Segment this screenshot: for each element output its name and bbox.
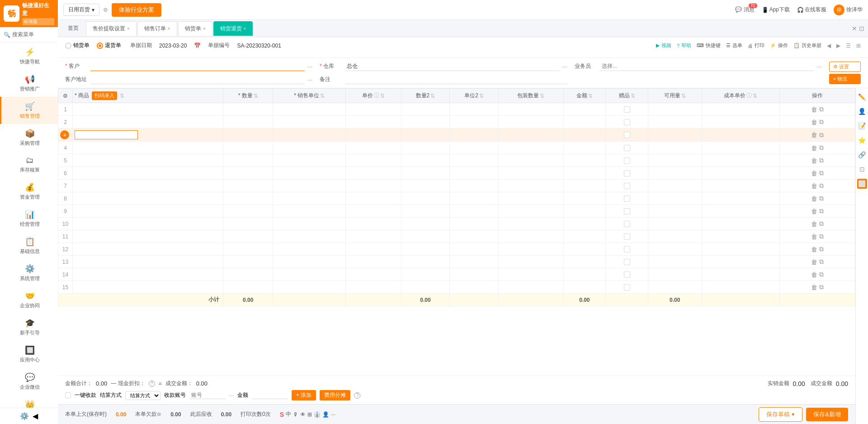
delete-icon-13[interactable]: 🗑: [811, 258, 817, 266]
copy-icon-4[interactable]: ⧉: [819, 144, 824, 152]
gift-checkbox-4[interactable]: [624, 145, 630, 151]
message-badge[interactable]: 💬 70 消息: [735, 6, 754, 14]
close-all-icon[interactable]: ✕: [852, 25, 857, 32]
calendar-icon[interactable]: 📅: [194, 43, 201, 49]
cell-product-5[interactable]: [73, 154, 223, 167]
sidebar-item-system[interactable]: ⚙️ 系统管理: [0, 259, 58, 286]
address-picker[interactable]: ···: [307, 76, 313, 83]
delete-icon-11[interactable]: 🗑: [811, 233, 817, 240]
cell-product-11[interactable]: [73, 230, 223, 243]
product-input-3[interactable]: [75, 130, 138, 139]
copy-icon-10[interactable]: ⧉: [819, 220, 824, 228]
delete-icon-12[interactable]: 🗑: [811, 246, 817, 253]
cell-product-15[interactable]: [73, 281, 223, 294]
amount-input[interactable]: [252, 391, 288, 399]
address-input[interactable]: [90, 75, 305, 84]
settlement-select[interactable]: 结算方式: [125, 391, 160, 400]
delete-icon-4[interactable]: 🗑: [811, 144, 817, 152]
sidebar-item-marketing[interactable]: 📢 营销推广: [0, 70, 58, 97]
copy-icon-11[interactable]: ⧉: [819, 233, 824, 240]
copy-icon-1[interactable]: ⧉: [819, 105, 824, 113]
history-label[interactable]: 历史单据: [802, 42, 821, 49]
add-row-btn[interactable]: +: [60, 130, 69, 139]
operate-label[interactable]: 操作: [778, 42, 788, 49]
scan-btn[interactable]: 扫码录入: [92, 91, 117, 100]
grid-view-icon[interactable]: ⊞: [856, 43, 861, 49]
prev-icon[interactable]: ◀: [827, 43, 831, 49]
sidebar-item-member[interactable]: 👑 畅会员: [0, 395, 58, 408]
sidebar-item-apps[interactable]: 🔲 应用中心: [0, 341, 58, 368]
rp-star-icon[interactable]: ⭐: [857, 135, 867, 145]
tab-sales-return-close[interactable]: ×: [244, 26, 246, 31]
industry-selector[interactable]: 日用百货 ▾: [63, 4, 99, 16]
logistics-btn[interactable]: + 物流: [829, 74, 861, 84]
tab-sales-order-close[interactable]: ×: [168, 26, 170, 31]
copy-icon-12[interactable]: ⧉: [819, 245, 824, 253]
sort-icon-pkg[interactable]: ⇅: [540, 93, 544, 99]
salesperson-picker[interactable]: ···: [816, 63, 822, 70]
gift-checkbox-15[interactable]: [624, 284, 630, 291]
copy-icon-13[interactable]: ⧉: [819, 258, 824, 266]
payment-checkbox[interactable]: [65, 392, 71, 398]
tab-price-close[interactable]: ×: [127, 26, 130, 31]
select-label[interactable]: 选单: [732, 42, 742, 49]
th-gear[interactable]: ⚙: [58, 89, 73, 103]
gift-checkbox-13[interactable]: [624, 259, 630, 265]
rp-orange-icon[interactable]: ⬜: [857, 179, 867, 189]
rp-user-icon[interactable]: 👤: [857, 106, 867, 116]
cell-product-13[interactable]: [73, 256, 223, 268]
sort-icon-amount[interactable]: ⇅: [588, 93, 593, 99]
cell-product-12[interactable]: [73, 243, 223, 256]
cell-product-14[interactable]: [73, 268, 223, 281]
rp-link-icon[interactable]: 🔗: [857, 150, 867, 160]
tab-home[interactable]: 首页: [61, 21, 85, 36]
cell-product-10[interactable]: [73, 218, 223, 230]
tab-sales-delivery-close[interactable]: ×: [203, 26, 206, 31]
delete-icon-9[interactable]: 🗑: [811, 208, 817, 215]
print-label[interactable]: 打印: [755, 42, 764, 49]
copy-icon-7[interactable]: ⧉: [819, 182, 824, 190]
delete-icon-1[interactable]: 🗑: [811, 106, 817, 113]
remark-input[interactable]: [345, 75, 567, 84]
save-draft-btn[interactable]: 保存草稿 ▾: [759, 407, 802, 422]
copy-icon-3[interactable]: ⧉: [819, 131, 824, 139]
gift-checkbox-5[interactable]: [624, 157, 630, 164]
warehouse-picker[interactable]: ···: [562, 63, 567, 70]
cell-product-1[interactable]: [73, 103, 223, 116]
gift-checkbox-11[interactable]: [624, 233, 630, 240]
cell-product-2[interactable]: [73, 116, 223, 129]
help-label[interactable]: 帮助: [681, 42, 691, 49]
experience-btn[interactable]: 体验行业方案: [112, 3, 161, 17]
sort-icon-gift[interactable]: ⇅: [631, 93, 635, 99]
gift-checkbox-10[interactable]: [624, 221, 630, 227]
next-icon[interactable]: ▶: [836, 43, 840, 49]
tab-price-settings[interactable]: 售价提取设置 ×: [86, 21, 137, 36]
sort-icon-qty[interactable]: ⇅: [254, 93, 258, 99]
sort-icon-cost[interactable]: ⇅: [753, 93, 757, 99]
shortcut-label[interactable]: 快捷键: [706, 42, 721, 49]
copy-icon-9[interactable]: ⧉: [819, 207, 824, 215]
app-download[interactable]: 📱 App下载: [762, 6, 790, 14]
delete-icon-14[interactable]: 🗑: [811, 271, 817, 278]
sort-icon-product[interactable]: ⇅: [120, 93, 124, 99]
sidebar-item-shortcut[interactable]: ⚡ 快捷导航: [0, 43, 58, 70]
tab-sales-delivery[interactable]: 销货单 ×: [178, 21, 212, 36]
cell-product-8[interactable]: [73, 192, 223, 205]
copy-icon-6[interactable]: ⧉: [819, 169, 824, 177]
tab-sales-return[interactable]: 销货退货 ×: [213, 21, 253, 36]
sidebar-item-inventory[interactable]: 🗂 库存核算: [0, 151, 58, 178]
sort-icon-available[interactable]: ⇅: [681, 93, 686, 99]
sidebar-item-basic[interactable]: 📋 基础信息: [0, 232, 58, 259]
gift-checkbox-14[interactable]: [624, 272, 630, 278]
copy-icon-8[interactable]: ⧉: [819, 195, 824, 202]
settings-btn[interactable]: ⚙ 设置: [829, 62, 861, 72]
date-value[interactable]: 2023-03-20: [159, 43, 187, 49]
copy-icon-15[interactable]: ⧉: [819, 283, 824, 291]
copy-icon-14[interactable]: ⧉: [819, 271, 824, 278]
collapse-icon[interactable]: ◀: [33, 412, 38, 420]
sidebar-item-sales[interactable]: 🛒 销售管理: [0, 97, 58, 124]
list-view-icon[interactable]: ☰: [846, 43, 851, 49]
cell-product-7[interactable]: [73, 180, 223, 192]
radio-delivery[interactable]: 销货单: [65, 42, 90, 49]
delete-icon-8[interactable]: 🗑: [811, 195, 817, 202]
